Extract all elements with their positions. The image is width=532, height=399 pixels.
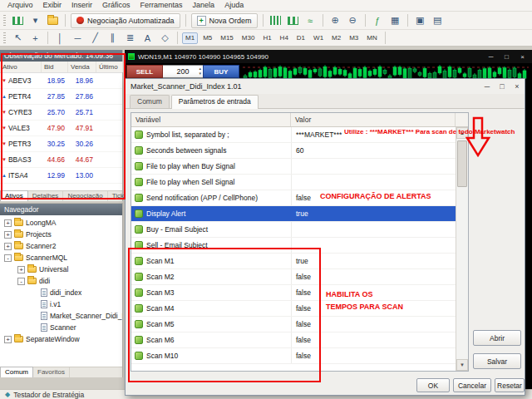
profiles-button[interactable] xyxy=(45,13,61,28)
timeframe-mn[interactable]: MN xyxy=(363,32,380,44)
scroll-down-icon[interactable]: ▼ xyxy=(456,359,468,371)
timeframe-m15[interactable]: M15 xyxy=(217,32,237,44)
chart-list-dropdown[interactable]: ▾ xyxy=(27,13,43,28)
param-row[interactable]: File to play when Buy Signal xyxy=(131,159,468,175)
text-tool-button[interactable]: A xyxy=(140,31,155,46)
tab-comum[interactable]: Comum xyxy=(0,367,33,377)
param-row[interactable]: Scan M5false xyxy=(131,317,468,332)
param-value[interactable]: 60 xyxy=(291,143,456,158)
line-chart-button[interactable]: ≈ xyxy=(303,13,318,28)
tile-windows-button[interactable]: ▣ xyxy=(412,13,428,28)
crosshair-button[interactable]: + xyxy=(27,31,43,46)
cancel-button[interactable]: Cancelar xyxy=(453,378,491,392)
chart-maximize-icon[interactable]: □ xyxy=(500,53,513,61)
timeframe-m2[interactable]: M2 xyxy=(328,32,344,44)
param-value[interactable] xyxy=(291,222,456,237)
open-button[interactable]: Abrir xyxy=(473,330,521,346)
volume-input[interactable]: 200 ▴ ▾ xyxy=(163,65,203,78)
col-variavel[interactable]: Variável xyxy=(131,113,291,126)
tree-toggle-icon[interactable]: + xyxy=(4,219,12,227)
market-row[interactable]: ▼VALE3 47.90 47.91 xyxy=(0,121,122,136)
tree-item[interactable]: +Universal xyxy=(0,264,122,275)
param-row[interactable]: Send notification (APP / CellPhone)false xyxy=(131,190,468,206)
dialog-minimize-icon[interactable]: ─ xyxy=(480,82,495,91)
col-bid[interactable]: Bid xyxy=(42,62,68,72)
col-ultimo[interactable]: Último xyxy=(96,62,123,72)
tree-toggle-icon[interactable]: - xyxy=(17,278,25,285)
market-row[interactable]: ▼CYRE3 25.70 25.71 xyxy=(0,105,122,121)
param-row-selected[interactable]: Display Alerttrue xyxy=(131,206,468,222)
chart-minimize-icon[interactable]: ─ xyxy=(485,53,497,61)
timeframe-m1[interactable]: M1 xyxy=(182,32,198,44)
scrollbar-thumb[interactable] xyxy=(457,140,467,187)
param-row[interactable]: Scan M6false xyxy=(131,332,468,348)
tree-item[interactable]: +LoongMA xyxy=(0,217,122,229)
toolbar-grip[interactable] xyxy=(3,15,6,26)
scroll-up-icon[interactable]: ▲ xyxy=(456,127,468,139)
market-row[interactable]: ▼PETR3 30.25 30.26 xyxy=(0,136,122,152)
volume-spinner[interactable]: ▴ ▾ xyxy=(199,66,201,76)
param-value[interactable]: false xyxy=(291,190,456,205)
col-ativo[interactable]: Ativo xyxy=(0,62,42,72)
param-value[interactable]: true xyxy=(291,254,456,268)
param-row[interactable]: Buy - Email Subject xyxy=(131,222,468,238)
menu-exibir[interactable]: Exibir xyxy=(38,0,67,11)
menu-janela[interactable]: Janela xyxy=(188,0,220,11)
menu-graficos[interactable]: Gráficos xyxy=(97,0,135,11)
grid-button[interactable]: ▦ xyxy=(387,13,403,28)
dialog-titlebar[interactable]: Market_Scanner_Didi_Index 1.01 ─ □ × xyxy=(126,79,525,94)
tab-negociacao[interactable]: Negociação xyxy=(63,191,107,201)
zoom-in-button[interactable]: ⊕ xyxy=(328,13,343,28)
param-value[interactable]: ***MARKET*** xyxy=(291,127,456,142)
zoom-out-button[interactable]: ⊖ xyxy=(345,13,361,28)
param-row[interactable]: File to play when Sell Signal xyxy=(131,175,468,190)
market-row[interactable]: ▲PETR4 27.85 27.86 xyxy=(0,89,122,105)
ok-button[interactable]: OK xyxy=(416,378,450,392)
market-row[interactable]: ▼ABEV3 18.95 18.96 xyxy=(0,73,122,89)
chart-close-icon[interactable]: × xyxy=(516,53,529,61)
tree-item[interactable]: didi_index xyxy=(0,287,122,298)
timeframe-m5[interactable]: M5 xyxy=(200,32,215,44)
param-row[interactable]: Scan M10false xyxy=(131,348,468,364)
tree-toggle-icon[interactable]: + xyxy=(4,243,12,250)
sell-button[interactable]: SELL xyxy=(126,65,163,78)
new-chart-button[interactable] xyxy=(10,13,26,28)
param-row[interactable]: Scan M3false xyxy=(131,285,468,301)
fibonacci-button[interactable]: ≣ xyxy=(122,31,138,46)
param-row[interactable]: Scan M4false xyxy=(131,301,468,317)
tree-toggle-icon[interactable]: + xyxy=(4,336,12,343)
cascade-windows-button[interactable]: ▤ xyxy=(430,13,446,28)
horizontal-line-button[interactable]: ─ xyxy=(70,31,86,46)
menu-arquivo[interactable]: Arquivo xyxy=(2,0,38,11)
timeframe-m30[interactable]: M30 xyxy=(239,32,259,44)
save-button[interactable]: Salvar xyxy=(473,353,521,369)
buy-button[interactable]: BUY xyxy=(203,65,239,78)
tree-item[interactable]: +Projects xyxy=(0,229,122,240)
market-row[interactable]: ▼BBAS3 44.66 44.67 xyxy=(0,152,122,168)
tab-favoritos[interactable]: Favoritos xyxy=(33,367,70,377)
dialog-close-icon[interactable]: × xyxy=(510,82,525,91)
col-valor[interactable]: Valor xyxy=(291,113,456,126)
spin-down-icon[interactable]: ▾ xyxy=(199,71,201,76)
timeframe-m3[interactable]: M3 xyxy=(346,32,362,44)
tree-item[interactable]: -ScannerMQL xyxy=(0,252,122,264)
timeframe-h1[interactable]: H1 xyxy=(259,32,274,44)
tree-toggle-icon[interactable]: - xyxy=(4,254,12,262)
toolbar-grip[interactable] xyxy=(3,32,6,43)
tree-toggle-icon[interactable]: + xyxy=(4,231,12,239)
param-row[interactable]: Sell - Email Subject xyxy=(131,238,468,254)
tree-item[interactable]: Market_Scanner_Didi_Index xyxy=(0,310,122,322)
param-value[interactable]: false xyxy=(291,332,456,347)
vertical-line-button[interactable]: │ xyxy=(52,31,68,46)
reset-button[interactable]: Resetar xyxy=(495,378,525,392)
tab-detalhes[interactable]: Detalhes xyxy=(28,191,64,201)
auto-trading-button[interactable]: Negociação Automatizada xyxy=(71,13,180,28)
menu-inserir[interactable]: Inserir xyxy=(66,0,97,11)
tree-toggle-icon[interactable]: + xyxy=(17,266,25,273)
bar-chart-button[interactable] xyxy=(268,13,283,28)
param-value[interactable]: false xyxy=(291,348,456,363)
chart-titlebar[interactable]: WDN19,M1 104970 104990 104965 104990 ─ □… xyxy=(125,50,532,63)
param-value[interactable]: false xyxy=(291,269,456,284)
param-value[interactable]: false xyxy=(291,301,456,316)
param-value[interactable]: false xyxy=(291,285,456,300)
